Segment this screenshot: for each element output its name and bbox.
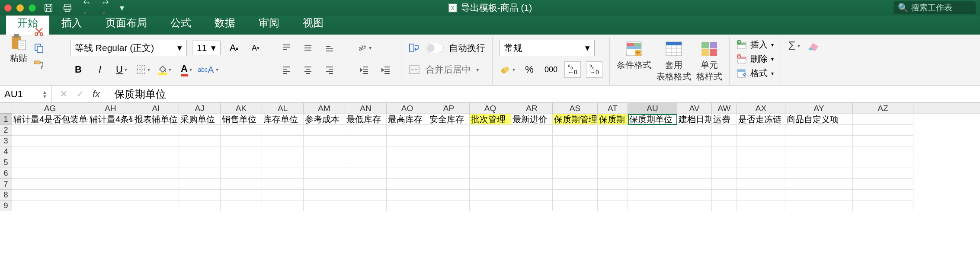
cell-AX7[interactable] — [737, 179, 785, 190]
row-header-1[interactable]: 1 — [0, 114, 12, 125]
paste-button[interactable]: 粘贴 — [10, 32, 28, 64]
cell-AW4[interactable] — [712, 146, 737, 157]
cell-AM1[interactable]: 参考成本 — [304, 114, 345, 125]
cell-AT7[interactable] — [598, 179, 628, 190]
cell-AI4[interactable] — [133, 146, 179, 157]
number-format-combo[interactable]: 常规▾ — [500, 40, 595, 56]
cell-AU5[interactable] — [628, 157, 677, 168]
cell-AK6[interactable] — [221, 168, 262, 179]
name-box[interactable]: ▲▼ — [0, 86, 52, 102]
align-left-icon[interactable] — [278, 61, 295, 78]
cell-AL9[interactable] — [262, 200, 304, 211]
cell-AJ1[interactable]: 采购单位 — [179, 114, 221, 125]
italic-button[interactable]: I — [92, 61, 108, 78]
row-header-3[interactable]: 3 — [0, 136, 12, 146]
merge-cells-icon[interactable] — [408, 64, 420, 76]
name-box-stepper[interactable]: ▲▼ — [42, 90, 47, 99]
cell-AU4[interactable] — [628, 146, 677, 157]
cell-AS3[interactable] — [553, 136, 598, 146]
cell-AH7[interactable] — [88, 179, 133, 190]
cell-AN1[interactable]: 最低库存 — [345, 114, 387, 125]
cell-AO7[interactable] — [387, 179, 428, 190]
cell-AQ6[interactable] — [470, 168, 511, 179]
cell-AU8[interactable] — [628, 190, 677, 200]
cell-AI6[interactable] — [133, 168, 179, 179]
cell-AZ5[interactable] — [853, 157, 913, 168]
cell-AY5[interactable] — [785, 157, 853, 168]
cell-AN9[interactable] — [345, 200, 387, 211]
currency-button[interactable] — [500, 61, 516, 78]
cell-AR2[interactable] — [511, 125, 553, 136]
cell-AI5[interactable] — [133, 157, 179, 168]
row-header-2[interactable]: 2 — [0, 125, 12, 136]
conditional-format-button[interactable]: 条件格式 — [617, 39, 651, 71]
cell-AO9[interactable] — [387, 200, 428, 211]
cell-AV1[interactable]: 建档日期 — [677, 114, 712, 125]
cell-AK8[interactable] — [221, 190, 262, 200]
cell-AY3[interactable] — [785, 136, 853, 146]
align-bottom-icon[interactable] — [321, 40, 338, 56]
cell-AO3[interactable] — [387, 136, 428, 146]
format-as-table-button[interactable]: 套用 表格格式 — [657, 39, 691, 83]
enter-formula-icon[interactable]: ✓ — [76, 89, 84, 100]
cell-reference-input[interactable] — [4, 89, 35, 100]
comma-button[interactable]: 000 — [543, 61, 559, 78]
cell-AN3[interactable] — [345, 136, 387, 146]
cell-AR3[interactable] — [511, 136, 553, 146]
autosum-button[interactable]: Σ — [788, 40, 800, 52]
cell-AV7[interactable] — [677, 179, 712, 190]
cell-AG5[interactable] — [12, 157, 88, 168]
cell-AM3[interactable] — [304, 136, 345, 146]
column-header-AP[interactable]: AP — [428, 103, 470, 114]
cell-AK9[interactable] — [221, 200, 262, 211]
cell-AT9[interactable] — [598, 200, 628, 211]
cell-AS9[interactable] — [553, 200, 598, 211]
percent-button[interactable]: % — [521, 61, 538, 78]
cell-AX6[interactable] — [737, 168, 785, 179]
column-header-AQ[interactable]: AQ — [470, 103, 511, 114]
cell-AN5[interactable] — [345, 157, 387, 168]
cell-AI2[interactable] — [133, 125, 179, 136]
cell-AI8[interactable] — [133, 190, 179, 200]
cell-AP1[interactable]: 安全库存 — [428, 114, 470, 125]
save-icon[interactable] — [44, 3, 53, 13]
cell-AG1[interactable]: 辅计量4是否包装单位 — [12, 114, 88, 125]
cell-AV2[interactable] — [677, 125, 712, 136]
cell-AP9[interactable] — [428, 200, 470, 211]
cell-AR7[interactable] — [511, 179, 553, 190]
cell-AH2[interactable] — [88, 125, 133, 136]
borders-button[interactable] — [135, 61, 151, 78]
cell-AK4[interactable] — [221, 146, 262, 157]
cell-AN7[interactable] — [345, 179, 387, 190]
undo-button[interactable] — [82, 0, 91, 17]
column-header-AM[interactable]: AM — [304, 103, 345, 114]
cell-AJ3[interactable] — [179, 136, 221, 146]
cell-AY7[interactable] — [785, 179, 853, 190]
cell-AM7[interactable] — [304, 179, 345, 190]
cell-AX2[interactable] — [737, 125, 785, 136]
cell-AT5[interactable] — [598, 157, 628, 168]
cell-AW8[interactable] — [712, 190, 737, 200]
delete-cells-button[interactable]: 删除▾ — [737, 53, 774, 65]
cell-AK2[interactable] — [221, 125, 262, 136]
cell-AG8[interactable] — [12, 190, 88, 200]
cell-AG9[interactable] — [12, 200, 88, 211]
cell-AR9[interactable] — [511, 200, 553, 211]
cell-AR6[interactable] — [511, 168, 553, 179]
cancel-formula-icon[interactable]: ✕ — [60, 89, 67, 100]
cell-AQ5[interactable] — [470, 157, 511, 168]
search-sheet[interactable]: 🔍 — [894, 1, 976, 14]
cell-AZ7[interactable] — [853, 179, 913, 190]
cell-AR5[interactable] — [511, 157, 553, 168]
cell-AM4[interactable] — [304, 146, 345, 157]
cell-AX4[interactable] — [737, 146, 785, 157]
cell-AO2[interactable] — [387, 125, 428, 136]
cell-AS4[interactable] — [553, 146, 598, 157]
cell-AS7[interactable] — [553, 179, 598, 190]
align-right-icon[interactable] — [321, 61, 338, 78]
cell-AH3[interactable] — [88, 136, 133, 146]
cell-AW6[interactable] — [712, 168, 737, 179]
cell-AJ8[interactable] — [179, 190, 221, 200]
column-header-AN[interactable]: AN — [345, 103, 387, 114]
column-header-AO[interactable]: AO — [387, 103, 428, 114]
